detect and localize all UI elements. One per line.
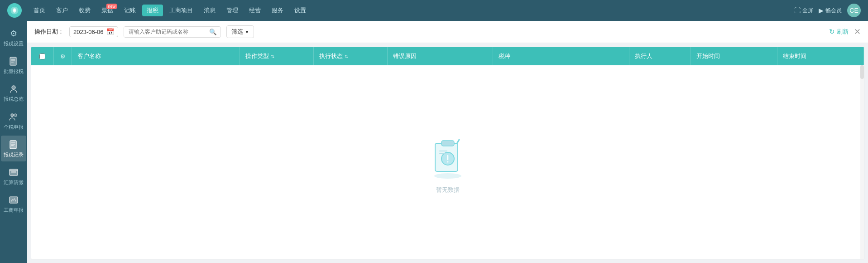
settlement-icon xyxy=(8,167,19,178)
nav-service[interactable]: 服务 xyxy=(267,5,288,16)
th-error-label: 错误原因 xyxy=(393,52,417,60)
user-avatar[interactable]: CE xyxy=(847,4,861,17)
empty-illustration xyxy=(425,131,470,180)
sidebar-label-tax-summary: 报税总览 xyxy=(4,96,24,102)
sidebar-label-batch-tax: 批量报税 xyxy=(4,68,24,74)
fullscreen-icon: ⛶ xyxy=(794,7,801,14)
nav-message[interactable]: 消息 xyxy=(199,5,220,16)
search-input[interactable] xyxy=(124,27,206,37)
nav-billing[interactable]: 收费 xyxy=(74,5,95,16)
th-type-label: 操作类型 xyxy=(245,52,269,60)
sidebar-label-tax-settings: 报税设置 xyxy=(4,41,24,47)
filter-button[interactable]: 筛选 ▼ xyxy=(226,25,254,38)
sidebar-item-settlement[interactable]: 汇算清缴 xyxy=(1,163,26,189)
app-logo[interactable] xyxy=(7,3,22,18)
svg-point-24 xyxy=(447,161,448,162)
svg-point-6 xyxy=(11,114,14,117)
sidebar-item-tax-record[interactable]: 报税记录 xyxy=(1,136,26,161)
svg-rect-12 xyxy=(10,169,18,175)
sidebar-label-settlement: 汇算清缴 xyxy=(4,180,24,185)
new-badge: new xyxy=(106,4,117,9)
nav-bookkeeping[interactable]: 记账 xyxy=(120,5,140,16)
date-label: 操作日期： xyxy=(34,28,64,36)
svg-rect-1 xyxy=(10,57,16,65)
fullscreen-button[interactable]: ⛶ 全屏 xyxy=(794,7,813,15)
table-body: 暂无数据 xyxy=(31,65,864,259)
toolbar-right: ↻ 刷新 ✕ xyxy=(829,28,861,36)
nav-invoice[interactable]: 票据 new xyxy=(97,5,118,16)
sidebar-item-tax-summary[interactable]: 报税总览 xyxy=(1,80,26,106)
scroll-track[interactable] xyxy=(860,65,864,259)
th-name-label: 客户名称 xyxy=(77,52,101,60)
th-error: 错误原因 xyxy=(388,47,493,65)
th-end-label: 结束时间 xyxy=(783,52,806,60)
nav-right-area: ⛶ 全屏 ▶ 畅会员 CE xyxy=(794,4,861,17)
nav-finance[interactable]: 经营 xyxy=(245,5,265,16)
nav-tax[interactable]: 报税 xyxy=(142,5,163,16)
tax-record-icon xyxy=(8,139,19,150)
svg-point-7 xyxy=(14,114,17,117)
nav-settings[interactable]: 设置 xyxy=(290,5,311,16)
nav-manage[interactable]: 管理 xyxy=(222,5,243,16)
annual-report-icon xyxy=(8,195,19,205)
tax-settings-icon: ⚙ xyxy=(8,28,19,39)
th-tax-label: 税种 xyxy=(499,52,510,60)
sidebar-label-personal-tax: 个税申报 xyxy=(4,124,24,130)
member-icon: ▶ xyxy=(819,7,824,14)
th-executor: 执行人 xyxy=(629,47,691,65)
search-box: 🔍 xyxy=(124,26,221,38)
date-picker[interactable]: 2023-06-06 📅 xyxy=(69,26,118,37)
sort-icon-status: ⇅ xyxy=(345,54,348,59)
select-all-checkbox[interactable] xyxy=(39,54,45,59)
calendar-icon: 📅 xyxy=(106,28,114,35)
svg-point-0 xyxy=(14,10,16,12)
refresh-button[interactable]: ↻ 刷新 xyxy=(829,28,849,36)
empty-text-label: 暂无数据 xyxy=(436,186,460,194)
svg-point-17 xyxy=(434,173,461,179)
th-status[interactable]: 执行状态 ⇅ xyxy=(314,47,388,65)
th-tax: 税种 xyxy=(493,47,630,65)
th-start-label: 开始时间 xyxy=(696,52,720,60)
table-header: ⚙ 客户名称 操作类型 ⇅ 执行状态 ⇅ 错误原因 税种 xyxy=(31,47,864,65)
refresh-label: 刷新 xyxy=(837,28,849,36)
nav-commerce[interactable]: 工商项目 xyxy=(165,5,197,16)
date-value: 2023-06-06 xyxy=(73,29,104,35)
chevron-down-icon: ▼ xyxy=(245,29,249,34)
sidebar-item-annual-report[interactable]: 工商年报 xyxy=(1,191,26,217)
personal-tax-icon xyxy=(8,112,19,122)
sidebar: ⚙ 报税设置 批量报税 报税总览 xyxy=(0,21,27,263)
member-button[interactable]: ▶ 畅会员 xyxy=(819,7,842,15)
filter-label: 筛选 xyxy=(231,28,243,36)
sidebar-item-personal-tax[interactable]: 个税申报 xyxy=(1,108,26,134)
th-end-time: 结束时间 xyxy=(777,47,864,65)
search-icon: 🔍 xyxy=(209,29,217,35)
content-area: 操作日期： 2023-06-06 📅 🔍 筛选 ▼ ↻ 刷新 ✕ xyxy=(27,21,868,263)
nav-customer[interactable]: 客户 xyxy=(52,5,72,16)
empty-state: 暂无数据 xyxy=(425,131,470,194)
sidebar-item-tax-settings[interactable]: ⚙ 报税设置 xyxy=(1,24,26,50)
sort-icon-type: ⇅ xyxy=(271,54,274,59)
table-area: ⚙ 客户名称 操作类型 ⇅ 执行状态 ⇅ 错误原因 税种 xyxy=(31,47,864,259)
close-button[interactable]: ✕ xyxy=(854,28,861,36)
nav-home[interactable]: 首页 xyxy=(29,5,50,16)
th-type[interactable]: 操作类型 ⇅ xyxy=(240,47,314,65)
th-executor-label: 执行人 xyxy=(635,52,652,60)
scroll-thumb[interactable] xyxy=(860,65,864,79)
refresh-icon: ↻ xyxy=(829,28,835,36)
fullscreen-label: 全屏 xyxy=(802,7,813,15)
search-button[interactable]: 🔍 xyxy=(206,27,221,37)
svg-rect-8 xyxy=(10,141,16,149)
sidebar-item-batch-tax[interactable]: 批量报税 xyxy=(1,52,26,78)
th-name: 客户名称 xyxy=(72,47,240,65)
member-label: 畅会员 xyxy=(825,7,842,15)
batch-tax-icon xyxy=(8,56,19,67)
sidebar-label-annual-report: 工商年报 xyxy=(4,207,24,213)
th-start-time: 开始时间 xyxy=(691,47,777,65)
th-settings[interactable]: ⚙ xyxy=(54,47,72,65)
svg-rect-21 xyxy=(441,141,454,146)
th-checkbox[interactable] xyxy=(31,47,54,65)
top-navigation: 首页 客户 收费 票据 new 记账 报税 工商项目 消息 管理 经营 服务 设… xyxy=(0,0,868,21)
main-area: ⚙ 报税设置 批量报税 报税总览 xyxy=(0,21,868,263)
tax-summary-icon xyxy=(8,83,19,94)
settings-icon: ⚙ xyxy=(60,53,66,60)
